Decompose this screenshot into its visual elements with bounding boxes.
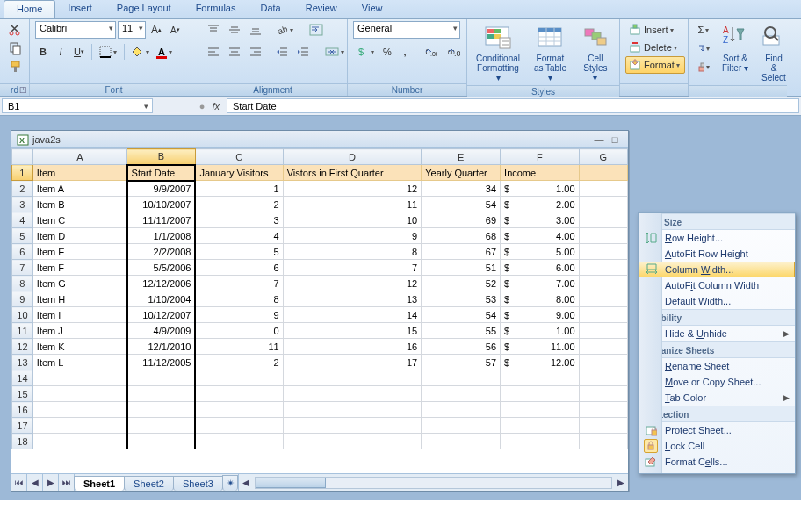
row-header-8[interactable]: 8 <box>12 276 33 291</box>
cell-G4[interactable] <box>579 212 627 228</box>
row-header-3[interactable]: 3 <box>12 197 33 212</box>
scroll-left-button[interactable]: ◀ <box>239 478 253 487</box>
col-header-C[interactable]: C <box>195 149 283 165</box>
cell-C16[interactable] <box>195 402 283 418</box>
menu-default-width[interactable]: Default Width...Default Width... <box>639 293 795 309</box>
cell-C9[interactable]: 8 <box>195 291 283 307</box>
cell-E17[interactable] <box>422 418 501 434</box>
row-header-11[interactable]: 11 <box>12 323 33 339</box>
cell-F1[interactable]: Income <box>501 165 579 181</box>
cell-D17[interactable] <box>283 418 422 434</box>
align-middle-button[interactable] <box>225 21 244 39</box>
cell-C13[interactable]: 2 <box>195 355 283 370</box>
cell-D3[interactable]: 11 <box>283 197 422 212</box>
cell-F7[interactable]: $6.00 <box>501 260 579 276</box>
cell-F9[interactable]: $8.00 <box>501 291 579 307</box>
row-header-10[interactable]: 10 <box>12 307 33 323</box>
cell-G12[interactable] <box>579 339 627 355</box>
cell-C12[interactable]: 11 <box>195 339 283 355</box>
cell-E10[interactable]: 54 <box>422 307 501 323</box>
cell-B15[interactable] <box>127 386 196 402</box>
sheet-nav-next[interactable]: ▶ <box>43 474 59 491</box>
cell-E18[interactable] <box>422 434 501 449</box>
cell-A11[interactable]: Item J <box>32 323 126 339</box>
cell-D16[interactable] <box>283 402 422 418</box>
cell-D14[interactable] <box>283 370 422 386</box>
cell-D9[interactable]: 13 <box>283 291 422 307</box>
cell-B14[interactable] <box>127 370 196 386</box>
tab-review[interactable]: Review <box>293 0 350 18</box>
cell-F3[interactable]: $2.00 <box>501 197 579 212</box>
wrap-text-button[interactable] <box>306 21 327 39</box>
cell-C10[interactable]: 9 <box>195 307 283 323</box>
menu-tab-color[interactable]: Tab ColorTab Color▶ <box>639 390 795 406</box>
bold-button[interactable]: B <box>35 43 51 61</box>
cell-G1[interactable] <box>579 165 627 181</box>
cell-C2[interactable]: 1 <box>195 181 283 197</box>
clear-button[interactable] <box>694 58 713 75</box>
conditional-formatting-button[interactable]: Conditional Formatting ▾ <box>473 21 523 85</box>
cell-B8[interactable]: 12/12/2006 <box>127 276 196 291</box>
clipboard-dialog-icon[interactable]: ◰ <box>19 85 27 94</box>
cell-A1[interactable]: Item <box>32 165 126 181</box>
menu-autofit-column[interactable]: AutoFit Column WidthAutoFit Column Width <box>639 277 795 293</box>
cell-G18[interactable] <box>579 434 627 449</box>
scroll-thumb[interactable] <box>256 478 326 488</box>
cell-C3[interactable]: 2 <box>195 197 283 212</box>
cell-F8[interactable]: $7.00 <box>501 276 579 291</box>
underline-button[interactable]: U▾ <box>70 43 88 61</box>
cell-B5[interactable]: 1/1/2008 <box>127 228 196 244</box>
cell-F17[interactable] <box>501 418 579 434</box>
cell-E6[interactable]: 67 <box>422 244 501 260</box>
cell-C6[interactable]: 5 <box>195 244 283 260</box>
cell-D4[interactable]: 10 <box>283 212 422 228</box>
cell-D12[interactable]: 16 <box>283 339 422 355</box>
cell-E14[interactable] <box>422 370 501 386</box>
cell-F5[interactable]: $4.00 <box>501 228 579 244</box>
cell-E12[interactable]: 56 <box>422 339 501 355</box>
cell-D11[interactable]: 15 <box>283 323 422 339</box>
cell-E8[interactable]: 52 <box>422 276 501 291</box>
cell-A14[interactable] <box>32 370 126 386</box>
cell-D1[interactable]: Vistors in First Quarter <box>283 165 422 181</box>
menu-hide-unhide[interactable]: Hide & UnhideHide & Unhide▶ <box>639 326 795 341</box>
cell-C17[interactable] <box>195 418 283 434</box>
cell-F15[interactable] <box>501 386 579 402</box>
cell-C4[interactable]: 3 <box>195 212 283 228</box>
sheet-tab-3[interactable]: Sheet3 <box>173 476 223 491</box>
row-header-5[interactable]: 5 <box>12 228 33 244</box>
cut-button[interactable] <box>5 21 26 39</box>
cell-styles-button[interactable]: Cell Styles ▾ <box>577 21 614 85</box>
cell-A17[interactable] <box>32 418 126 434</box>
cell-A10[interactable]: Item I <box>32 307 126 323</box>
tab-insert[interactable]: Insert <box>55 0 105 18</box>
new-sheet-button[interactable]: ✴ <box>222 475 238 491</box>
cell-G8[interactable] <box>579 276 627 291</box>
cell-E9[interactable]: 53 <box>422 291 501 307</box>
cell-A4[interactable]: Item C <box>32 212 126 228</box>
grow-font-button[interactable]: A▴ <box>148 21 165 39</box>
cell-C11[interactable]: 0 <box>195 323 283 339</box>
format-cells-button[interactable]: Format <box>625 56 685 74</box>
menu-column-width[interactable]: Column Width...Column Width... <box>639 262 795 277</box>
cell-D8[interactable]: 12 <box>283 276 422 291</box>
spreadsheet-grid[interactable]: ABCDEFG1ItemStart DateJanuary VisitorsVi… <box>11 148 628 473</box>
formula-input[interactable]: Start Date <box>227 98 799 113</box>
sheet-tab-1[interactable]: Sheet1 <box>74 476 125 491</box>
menu-autofit-row[interactable]: AutoFit Row HeightAutoFit Row Height <box>639 246 795 262</box>
select-all-corner[interactable] <box>12 149 33 165</box>
align-top-button[interactable] <box>204 21 223 39</box>
cell-G10[interactable] <box>579 307 627 323</box>
col-header-D[interactable]: D <box>283 149 422 165</box>
font-size-select[interactable]: 11 <box>118 21 146 39</box>
cell-G14[interactable] <box>579 370 627 386</box>
col-header-A[interactable]: A <box>32 149 126 165</box>
cell-B16[interactable] <box>127 402 196 418</box>
sheet-nav-prev[interactable]: ◀ <box>27 474 43 491</box>
row-header-18[interactable]: 18 <box>12 434 33 449</box>
cell-F6[interactable]: $5.00 <box>501 244 579 260</box>
cell-G17[interactable] <box>579 418 627 434</box>
cell-G3[interactable] <box>579 197 627 212</box>
italic-button[interactable]: I <box>53 43 69 61</box>
cell-B10[interactable]: 10/12/2007 <box>127 307 196 323</box>
